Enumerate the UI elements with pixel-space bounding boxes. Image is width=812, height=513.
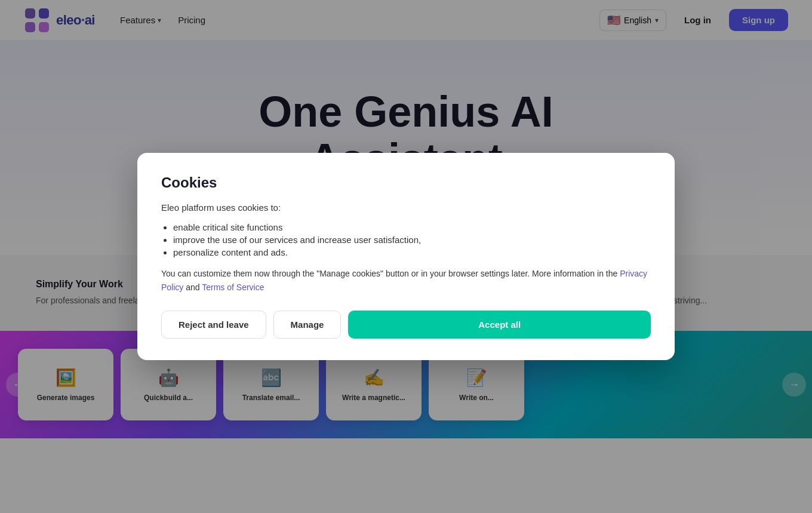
cookie-overlay: Cookies Eleo platform uses cookies to: e… bbox=[0, 0, 812, 438]
cookie-intro: Eleo platform uses cookies to: bbox=[161, 201, 651, 215]
cookie-footer-text: You can customize them now through the "… bbox=[161, 267, 651, 294]
cookie-bullet-0: enable critical site functions bbox=[173, 222, 651, 232]
cookie-bullet-1: improve the use of our services and incr… bbox=[173, 235, 651, 245]
terms-of-service-link[interactable]: Terms of Service bbox=[202, 282, 264, 292]
cookie-buttons: Reject and leave Manage Accept all bbox=[161, 311, 651, 339]
accept-button[interactable]: Accept all bbox=[348, 311, 651, 339]
cookie-bullet-2: personalize content and ads. bbox=[173, 247, 651, 257]
cookie-modal: Cookies Eleo platform uses cookies to: e… bbox=[137, 153, 675, 360]
cookie-title: Cookies bbox=[161, 174, 651, 191]
manage-button[interactable]: Manage bbox=[273, 311, 342, 339]
reject-button[interactable]: Reject and leave bbox=[161, 311, 266, 339]
cookie-list: enable critical site functions improve t… bbox=[173, 222, 651, 257]
